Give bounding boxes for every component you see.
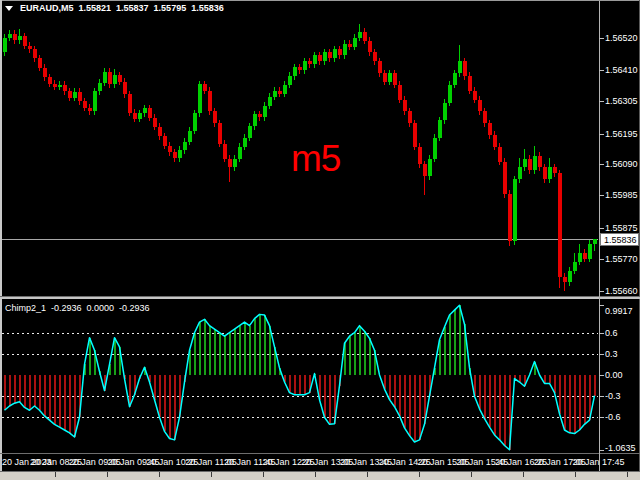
candle-body xyxy=(358,32,362,38)
candle-body xyxy=(108,72,112,84)
oscillator-bar xyxy=(579,375,581,430)
oscillator-bar xyxy=(459,305,461,375)
oscillator-bar xyxy=(224,336,226,375)
window-top-border xyxy=(0,0,640,1)
window-left-border xyxy=(0,0,2,471)
oscillator-bar xyxy=(194,333,196,375)
candle-body xyxy=(153,118,157,127)
current-price-value: 1.55836 xyxy=(604,235,637,245)
oscillator-bar xyxy=(454,310,456,375)
oscillator-bar xyxy=(409,375,411,436)
oscillator-bar xyxy=(504,375,506,446)
oscillator-bar xyxy=(574,375,576,434)
oscillator-bar xyxy=(64,375,66,430)
symbol-timeframe-label: EURAUD,M5 xyxy=(20,3,74,13)
oscillator-bar xyxy=(549,375,551,383)
candle-body xyxy=(553,167,557,173)
oscillator-bar xyxy=(494,375,496,435)
oscillator-bar xyxy=(9,375,11,406)
oscillator-bar xyxy=(269,326,271,375)
oscillator-bar xyxy=(449,315,451,375)
oscillator-bar xyxy=(414,375,416,442)
candle-body xyxy=(248,126,252,138)
oscillator-bar xyxy=(259,314,261,375)
candle-body xyxy=(418,147,422,165)
pane-separator[interactable] xyxy=(0,297,640,299)
oscillator-bar xyxy=(219,333,221,375)
candle-body xyxy=(563,277,567,283)
oscillator-bar xyxy=(239,326,241,375)
candle-body xyxy=(163,136,167,145)
oscillator-bar xyxy=(199,322,201,375)
candle-body xyxy=(118,75,122,81)
candle-body xyxy=(168,146,172,152)
candle-body xyxy=(338,49,342,55)
candle-body xyxy=(203,84,207,90)
oscillator-bar xyxy=(304,375,306,395)
oscillator-bar xyxy=(394,375,396,407)
candle-body xyxy=(528,159,532,171)
candle-body xyxy=(328,52,332,58)
oscillator-bar xyxy=(234,329,236,375)
candle-body xyxy=(493,135,497,147)
oscillator-bar xyxy=(499,375,501,440)
candle-body xyxy=(193,113,197,130)
candle-body xyxy=(558,173,562,276)
candle-body xyxy=(543,167,547,179)
timeframe-watermark: m5 xyxy=(291,139,340,180)
oscillator-bar xyxy=(324,375,326,417)
candle-body xyxy=(323,52,327,61)
candle-body xyxy=(58,85,62,87)
candle-body xyxy=(383,73,387,82)
candle-body xyxy=(3,38,7,53)
candle-body xyxy=(403,100,407,112)
oscillator-bar xyxy=(209,326,211,375)
candle-body xyxy=(548,167,552,179)
candle-body xyxy=(568,271,572,283)
oscillator-bar xyxy=(584,375,586,424)
candle-body xyxy=(243,138,247,147)
candle-body xyxy=(353,38,357,47)
candle-body xyxy=(388,73,392,82)
candle-body xyxy=(578,253,582,262)
candle-body xyxy=(233,159,237,168)
oscillator-bar xyxy=(299,375,301,395)
oscillator-bar xyxy=(244,322,246,375)
candle-body xyxy=(183,142,187,150)
chart-canvas[interactable] xyxy=(0,0,640,480)
candle-body xyxy=(188,131,192,142)
candle-body xyxy=(518,167,522,179)
bottom-scroll-strip[interactable] xyxy=(0,471,640,480)
oscillator-bar xyxy=(399,375,401,416)
oscillator-bar xyxy=(39,375,41,410)
candle-body xyxy=(208,91,212,112)
oscillator-bar xyxy=(69,375,71,433)
oscillator-bar xyxy=(214,329,216,375)
candle-body xyxy=(533,156,537,171)
oscillator-bar xyxy=(254,319,256,375)
candle-body xyxy=(8,34,12,38)
candle-body xyxy=(453,73,457,85)
candle-body xyxy=(308,61,312,64)
oscillator-bar xyxy=(174,375,176,440)
indicator-value-3: -0.2936 xyxy=(119,303,150,313)
candle-body xyxy=(313,55,317,64)
candle-body xyxy=(413,123,417,147)
candle-body xyxy=(83,101,87,107)
candle-body xyxy=(408,111,412,123)
oscillator-bar xyxy=(569,375,571,433)
indicator-value-1: -0.2936 xyxy=(51,303,82,313)
oscillator-bar xyxy=(4,375,6,410)
oscillator-bar xyxy=(14,375,16,403)
candle-body xyxy=(433,138,437,159)
chevron-down-icon[interactable] xyxy=(5,6,13,11)
bottom-strip-border xyxy=(0,471,640,472)
candle-body xyxy=(43,68,47,77)
oscillator-bar xyxy=(359,326,361,375)
candle-body xyxy=(18,36,22,40)
oscillator-bar xyxy=(594,375,596,396)
oscillator-bar xyxy=(264,315,266,375)
pane-separator-shadow xyxy=(0,296,640,297)
oscillator-bar xyxy=(354,333,356,375)
oscillator-bar xyxy=(484,375,486,419)
